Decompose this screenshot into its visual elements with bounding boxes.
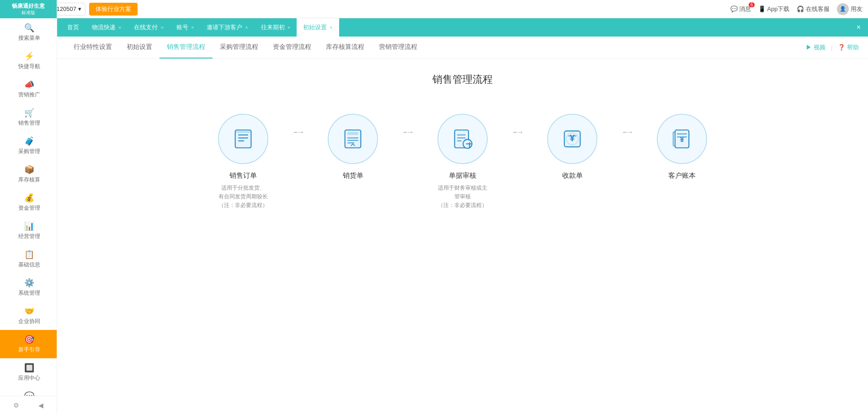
sidebar-item-app-center[interactable]: 🔲 应用中心 — [0, 358, 57, 387]
inventory-icon: 📦 — [24, 165, 34, 175]
sidebar-item-label: 快捷导航 — [18, 63, 40, 70]
flow-step-customer-ledger[interactable]: ¥ 客户账本 — [641, 114, 723, 184]
enterprise-wechat-icon: 💬 — [24, 391, 34, 396]
sub-tabs-left: 行业特性设置 初始设置 销售管理流程 采购管理流程 资金管理流程 库存核算流程 … — [66, 37, 425, 58]
sidebar-item-operations[interactable]: 📊 经营管理 — [0, 217, 57, 245]
sidebar-item-basic-info[interactable]: 📋 基础信息 — [0, 245, 57, 273]
sidebar-item-purchase[interactable]: 🧳 采购管理 — [0, 132, 57, 160]
sidebar-item-quick[interactable]: ⚡ 快捷导航 — [0, 47, 57, 75]
sub-tab-init-settings[interactable]: 初始设置 — [119, 37, 160, 58]
nav-tab-close[interactable]: × — [245, 25, 248, 30]
nav-tab-label: 首页 — [67, 23, 79, 32]
purchase-icon: 🧳 — [24, 136, 34, 146]
content-area: 销售管理流程 销售订单 适用于分批发货、有合同发货周期较长（注：非必要流程） — [57, 59, 868, 224]
nav-tab-logistics[interactable]: 物流快递 × — [85, 18, 128, 37]
nav-all-close-btn[interactable]: × — [853, 23, 864, 32]
flow-step-name-doc-review: 单据审核 — [449, 171, 476, 180]
sidebar-footer: ⚙ ◀ — [0, 396, 57, 414]
nav-tab-init[interactable]: 初始设置 × — [297, 18, 339, 37]
sidebar-item-inventory[interactable]: 📦 库存核算 — [0, 160, 57, 188]
sidebar-item-enterprise-wechat[interactable]: 💬 企业微信 — [0, 387, 57, 396]
chevron-down-icon: ▾ — [78, 5, 81, 12]
flow-step-receipt[interactable]: ¥ 收款单 — [531, 114, 613, 184]
sidebar-item-label: 营销推广 — [18, 91, 40, 99]
nav-tab-payment[interactable]: 在线支付 × — [128, 18, 170, 37]
sidebar-item-label: 库存核算 — [18, 176, 40, 184]
top-bar-right: 💬 6 消息 📱 App下载 🎧 在线客服 👤 用友 — [730, 3, 863, 15]
online-service-btn[interactable]: 🎧 在线客服 — [797, 5, 830, 13]
sub-tab-industry[interactable]: 行业特性设置 — [66, 37, 119, 58]
video-label: 视频 — [814, 44, 825, 51]
svg-text:¥: ¥ — [680, 135, 684, 144]
svg-rect-24 — [673, 132, 675, 146]
nav-tab-close[interactable]: × — [191, 25, 194, 30]
nav-tab-close[interactable]: × — [160, 25, 163, 30]
page-title: 销售管理流程 — [66, 73, 859, 86]
sub-tab-label: 库存核算流程 — [326, 43, 364, 50]
flow-step-sales-order[interactable]: 销售订单 适用于分批发货、有合同发货周期较长（注：非必要流程） — [202, 114, 284, 210]
help-label: 帮助 — [847, 44, 859, 51]
nav-tab-label: 往来期初 — [261, 23, 285, 32]
nav-tab-label: 邀请下游客户 — [207, 23, 242, 32]
nav-tab-history[interactable]: 往来期初 × — [255, 18, 297, 37]
sub-tabs: 行业特性设置 初始设置 销售管理流程 采购管理流程 资金管理流程 库存核算流程 … — [57, 37, 868, 59]
sidebar-item-search[interactable]: 🔍 搜索菜单 — [0, 18, 57, 47]
nav-tab-close[interactable]: × — [288, 25, 290, 30]
video-icon: ▶ — [806, 44, 812, 51]
flow-step-doc-review[interactable]: 单据审核 适用于财务审核或主管审核（注：非必要流程） — [421, 114, 504, 210]
nav-tab-label: 初始设置 — [303, 23, 327, 32]
sidebar-item-enterprise-coop[interactable]: 🤝 企业协同 — [0, 302, 57, 330]
video-help-btn[interactable]: ▶ 视频 — [806, 43, 825, 52]
sidebar-item-label: 搜索菜单 — [18, 34, 40, 42]
sub-tab-inventory-flow[interactable]: 库存核算流程 — [319, 37, 372, 58]
sub-tab-finance-flow[interactable]: 资金管理流程 — [266, 37, 319, 58]
sidebar-item-sales[interactable]: 🛒 销售管理 — [0, 103, 57, 132]
flow-circle-invoice — [328, 114, 378, 164]
flow-arrow-3: - - → — [504, 114, 531, 137]
nav-tab-home[interactable]: 首页 — [61, 18, 85, 37]
sales-icon: 🛒 — [24, 108, 34, 118]
sidebar-item-marketing-promo[interactable]: 📣 营销推广 — [0, 75, 57, 103]
arrow-icon: - - → — [403, 127, 412, 137]
trial-btn[interactable]: 体验行业方案 — [89, 3, 138, 16]
nav-tab-label: 在线支付 — [134, 23, 158, 32]
quick-icon: ⚡ — [24, 51, 34, 61]
nav-tab-close[interactable]: × — [118, 25, 121, 30]
nav-tab-account[interactable]: 账号 × — [170, 18, 200, 37]
sub-tab-purchase-flow[interactable]: 采购管理流程 — [213, 37, 266, 58]
sub-tab-marketing-flow[interactable]: 营销管理流程 — [372, 37, 425, 58]
sidebar-item-label: 基础信息 — [18, 261, 40, 269]
settings-btn[interactable]: ⚙ — [13, 402, 19, 409]
messages-btn[interactable]: 💬 6 消息 — [730, 5, 751, 13]
sidebar-item-label: 企业协同 — [18, 318, 40, 325]
help-icon: ❓ — [838, 44, 845, 51]
help-btn[interactable]: ❓ 帮助 — [838, 43, 859, 52]
nav-tab-close[interactable]: × — [330, 25, 332, 30]
flow-arrow-4: - - → — [613, 114, 641, 137]
sub-tab-label: 初始设置 — [127, 43, 152, 50]
flow-step-name-sales-order: 销售订单 — [229, 171, 257, 180]
finance-icon: 💰 — [24, 193, 34, 203]
app-download-btn[interactable]: 📱 App下载 — [758, 5, 789, 13]
headset-icon: 🎧 — [797, 5, 804, 12]
nav-tab-label: 账号 — [176, 23, 188, 32]
flow-arrow-1: - - → — [284, 114, 312, 137]
search-icon: 🔍 — [24, 23, 34, 33]
sidebar-items: 🔍 搜索菜单 ⚡ 快捷导航 📣 营销推广 🛒 销售管理 🧳 采购管理 📦 库存核… — [0, 18, 57, 396]
flow-circle-sales-order — [218, 114, 268, 164]
flow-step-invoice[interactable]: 销货单 — [312, 114, 394, 184]
svg-text:¥: ¥ — [570, 133, 575, 143]
sidebar-item-label: 系统管理 — [18, 289, 40, 297]
sidebar-item-label: 经营管理 — [18, 233, 40, 240]
user-menu[interactable]: 👤 用友 — [837, 3, 863, 15]
sidebar-item-label: 新手引导 — [18, 346, 40, 354]
collapse-btn[interactable]: ◀ — [38, 402, 43, 409]
sub-tab-label: 销售管理流程 — [167, 43, 205, 50]
sub-tab-sales-flow[interactable]: 销售管理流程 — [160, 37, 213, 58]
sidebar-item-newbie[interactable]: 🎯 新手引导 — [0, 330, 57, 358]
sidebar-item-system[interactable]: ⚙️ 系统管理 — [0, 273, 57, 302]
flow-circle-doc-review — [437, 114, 488, 164]
sidebar-item-finance[interactable]: 💰 资金管理 — [0, 188, 57, 217]
sidebar-item-label: 采购管理 — [18, 148, 40, 155]
nav-tab-invite[interactable]: 邀请下游客户 × — [200, 18, 254, 37]
